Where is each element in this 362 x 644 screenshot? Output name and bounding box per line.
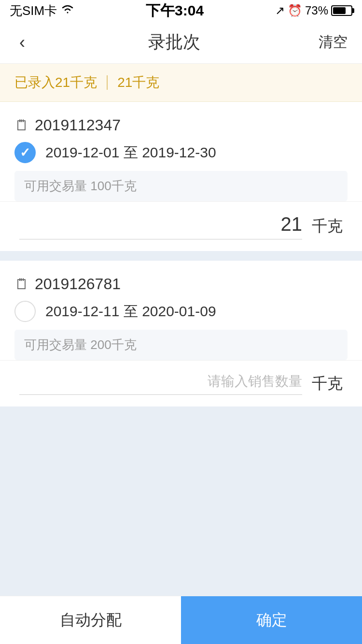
battery-icon <box>331 5 352 16</box>
batch2-header: 🗒 2019126781 <box>14 275 348 293</box>
bottom-bar: 自动分配 确定 <box>0 596 362 644</box>
wifi-icon <box>61 4 74 17</box>
info-bar-divider <box>107 75 108 90</box>
info-bar: 已录入21千克 21千克 <box>0 64 362 102</box>
batch2-qty: 可用交易量 200千克 <box>14 330 348 360</box>
empty-content-area <box>0 406 362 629</box>
batch1-amount-row: 21 千克 <box>0 201 362 251</box>
batch1-date: 2019-12-01 至 2019-12-30 <box>45 143 216 163</box>
no-sim-text: 无SIM卡 <box>10 2 57 19</box>
batch2-input-unit: 千克 <box>312 373 343 394</box>
alarm-icon: ⏰ <box>288 4 302 17</box>
batch2-input-placeholder[interactable]: 请输入销售数量 <box>19 372 302 391</box>
batch2-input-row: 请输入销售数量 千克 <box>0 360 362 406</box>
batch1-id: 2019112347 <box>35 116 121 134</box>
batch1-card: 🗒 2019112347 2019-12-01 至 2019-12-30 可用交… <box>0 102 362 201</box>
status-left: 无SIM卡 <box>10 2 74 19</box>
batch1-amount-unit: 千克 <box>312 216 343 237</box>
batch1-qty: 可用交易量 100千克 <box>14 171 348 201</box>
back-button[interactable]: ‹ <box>14 28 30 57</box>
batch2-card: 🗒 2019126781 2019-12-11 至 2020-01-09 可用交… <box>0 261 362 360</box>
entered-amount-value: 21千克 <box>117 73 159 92</box>
status-bar: 无SIM卡 下午3:04 ↗ ⏰ 73% <box>0 0 362 21</box>
entered-amount-label: 已录入21千克 <box>14 73 97 92</box>
batch2-id: 2019126781 <box>35 275 121 293</box>
batch2-icon: 🗒 <box>14 276 29 293</box>
status-right: ↗ ⏰ 73% <box>275 4 352 17</box>
batch1-radio[interactable] <box>14 142 36 163</box>
batch1-icon: 🗒 <box>14 117 29 134</box>
confirm-button[interactable]: 确定 <box>181 596 362 644</box>
batch2-date: 2019-12-11 至 2020-01-09 <box>45 302 216 322</box>
page-title: 录批次 <box>148 30 200 54</box>
batch1-header: 🗒 2019112347 <box>14 116 348 134</box>
batch1-date-row: 2019-12-01 至 2019-12-30 <box>14 142 348 163</box>
status-time: 下午3:04 <box>146 1 204 21</box>
batch1-amount-value[interactable]: 21 <box>281 213 303 235</box>
section-separator <box>0 251 362 261</box>
batch2-radio[interactable] <box>14 301 36 322</box>
nav-bar: ‹ 录批次 清空 <box>0 21 362 64</box>
battery-percent: 73% <box>305 4 328 17</box>
batch2-date-row: 2019-12-11 至 2020-01-09 <box>14 301 348 322</box>
clear-button[interactable]: 清空 <box>319 32 348 52</box>
auto-distribute-button[interactable]: 自动分配 <box>0 596 181 644</box>
location-icon: ↗ <box>275 4 285 17</box>
